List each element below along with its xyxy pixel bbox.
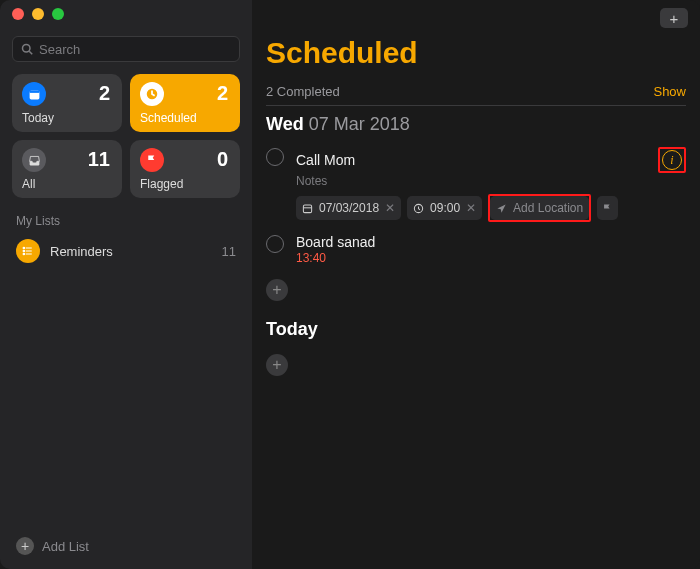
- plus-icon: +: [670, 10, 679, 27]
- fullscreen-window-button[interactable]: [52, 8, 64, 20]
- flag-small-icon: [602, 203, 613, 214]
- minimize-window-button[interactable]: [32, 8, 44, 20]
- add-reminder-button[interactable]: +: [266, 354, 288, 376]
- calendar-small-icon: [302, 203, 313, 214]
- complete-toggle[interactable]: [266, 235, 284, 253]
- svg-rect-3: [29, 90, 39, 92]
- smart-list-flagged[interactable]: 0 Flagged: [130, 140, 240, 198]
- new-reminder-button[interactable]: +: [660, 8, 688, 28]
- scheduled-count: 2: [217, 82, 228, 105]
- plus-circle-icon: +: [16, 537, 34, 555]
- date-section-header: Wed 07 Mar 2018: [266, 114, 686, 135]
- flag-icon: [146, 154, 158, 166]
- svg-point-9: [23, 250, 25, 252]
- complete-toggle[interactable]: [266, 148, 284, 166]
- smart-list-all[interactable]: 11 All: [12, 140, 122, 198]
- add-reminder-button[interactable]: +: [266, 279, 288, 301]
- flagged-label: Flagged: [140, 177, 183, 191]
- clear-time-button[interactable]: ✕: [466, 201, 476, 215]
- svg-rect-11: [303, 205, 311, 213]
- add-list-label: Add List: [42, 539, 89, 554]
- divider: [266, 105, 686, 106]
- clock-icon: [145, 87, 159, 101]
- time-chip-value: 09:00: [430, 201, 460, 215]
- svg-point-0: [23, 45, 31, 53]
- scheduled-label: Scheduled: [140, 111, 197, 125]
- completed-count: 2 Completed: [266, 84, 340, 99]
- search-input[interactable]: Search: [12, 36, 240, 62]
- tray-icon: [28, 154, 41, 167]
- all-count: 11: [88, 148, 110, 171]
- plus-icon: +: [272, 281, 281, 299]
- close-window-button[interactable]: [12, 8, 24, 20]
- reminder-notes-placeholder[interactable]: Notes: [296, 174, 686, 188]
- list-name: Reminders: [50, 244, 113, 259]
- search-icon: [21, 43, 33, 55]
- clear-date-button[interactable]: ✕: [385, 201, 395, 215]
- list-item-reminders[interactable]: Reminders 11: [12, 234, 240, 268]
- smart-list-scheduled[interactable]: 2 Scheduled: [130, 74, 240, 132]
- svg-line-1: [29, 51, 32, 54]
- plus-icon: +: [272, 356, 281, 374]
- sidebar: Search 2 Today 2 Scheduled: [0, 0, 252, 569]
- info-icon[interactable]: i: [662, 150, 682, 170]
- flagged-count: 0: [217, 148, 228, 171]
- today-count: 2: [99, 82, 110, 105]
- reminder-title[interactable]: Call Mom: [296, 152, 355, 168]
- reminder-due-time: 13:40: [296, 251, 686, 265]
- add-location-chip[interactable]: Add Location: [490, 196, 589, 220]
- clock-small-icon: [413, 203, 424, 214]
- calendar-icon: [28, 88, 41, 101]
- today-label: Today: [22, 111, 54, 125]
- today-section-header: Today: [266, 319, 686, 340]
- list-count: 11: [222, 244, 236, 259]
- reminder-title[interactable]: Board sanad: [296, 234, 686, 250]
- page-title: Scheduled: [266, 36, 686, 70]
- add-location-label: Add Location: [513, 201, 583, 215]
- location-arrow-icon: [496, 203, 507, 214]
- reminder-item[interactable]: Call Mom i Notes 07/03/2018 ✕ 09:00: [266, 147, 686, 222]
- smart-list-today[interactable]: 2 Today: [12, 74, 122, 132]
- add-list-button[interactable]: + Add List: [12, 525, 240, 569]
- date-chip-value: 07/03/2018: [319, 201, 379, 215]
- svg-point-8: [23, 247, 25, 249]
- search-placeholder: Search: [39, 42, 80, 57]
- main-content: Scheduled 2 Completed Show Wed 07 Mar 20…: [252, 0, 700, 569]
- svg-point-10: [23, 253, 25, 255]
- all-label: All: [22, 177, 35, 191]
- flag-chip[interactable]: [597, 196, 618, 220]
- list-bullet-icon: [16, 239, 40, 263]
- date-chip[interactable]: 07/03/2018 ✕: [296, 196, 401, 220]
- reminder-item[interactable]: Board sanad 13:40: [266, 234, 686, 265]
- time-chip[interactable]: 09:00 ✕: [407, 196, 482, 220]
- show-completed-button[interactable]: Show: [653, 84, 686, 99]
- my-lists-header: My Lists: [16, 214, 236, 228]
